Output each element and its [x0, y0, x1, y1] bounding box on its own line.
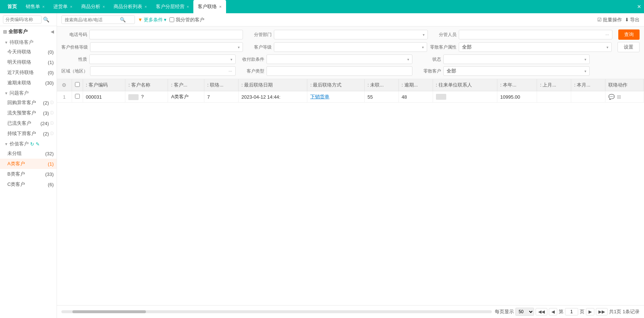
col-contact-person: : 往来单位联系人 — [433, 79, 497, 91]
sidebar-item-7days[interactable]: 近7天待联络 (0) — [0, 67, 57, 78]
main-search-box: 🔍 — [61, 15, 135, 24]
sidebar-item-declining[interactable]: 持续下滑客户 (2) ⓘ — [0, 128, 57, 139]
sidebar-item-tomorrow[interactable]: 明天待联络 (1) — [0, 57, 57, 67]
main-search-icon[interactable]: 🔍 — [120, 17, 126, 22]
last-contact-method-link[interactable]: 下销货单 — [310, 94, 329, 99]
settings-button[interactable]: 设置 — [618, 42, 640, 52]
info-icon-1: ⓘ — [50, 100, 54, 105]
pending-contact-section[interactable]: ▼ 待联络客户 — [0, 37, 57, 47]
page-number-input[interactable] — [565, 308, 578, 315]
nav-purchase[interactable]: 进货单 × — [49, 0, 76, 13]
more-filters-button[interactable]: ▼ 更多条件 ▾ — [138, 17, 167, 23]
price-grade-field: 客户价格等级 ▾ — [61, 42, 243, 52]
col-customer-type: : 客户... — [168, 79, 204, 91]
filter-row-2: 客户价格等级 ▾ 客户等级 ▾ 零散客户属性 全部▾ — [61, 42, 640, 52]
close-goods-analysis-tab[interactable]: × — [103, 4, 105, 9]
chevron-down-icon4: ▾ — [607, 45, 608, 49]
phone-input[interactable] — [89, 30, 243, 39]
row-contact-count: 7 — [204, 91, 238, 103]
close-customer-segment-tab[interactable]: × — [187, 4, 189, 9]
sidebar-item-a-class[interactable]: A类客户 (1) — [0, 159, 57, 169]
nav-customer-segment[interactable]: 客户分层经营 × — [151, 0, 193, 13]
nav-goods-analysis-list[interactable]: 商品分析列表 × — [109, 0, 151, 13]
chevron-down-icon5: ▾ — [230, 57, 232, 61]
price-grade-select[interactable]: ▾ — [90, 42, 243, 52]
col-code: : 客户编码 — [83, 79, 125, 91]
payment-field: 收付款条件 ▾ — [239, 54, 413, 64]
sidebar-item-churn-warning[interactable]: 流失预警客户 (3) ⓘ — [0, 108, 57, 118]
row-this-year: 10995.00 — [497, 91, 537, 103]
refresh-icon[interactable]: ↻ — [30, 141, 34, 147]
retail-attr-select[interactable]: 全部▾ — [459, 42, 612, 52]
table-row: 1 000031 ？ A类客户 7 2023-04-12 14:44: — [57, 91, 644, 103]
pagination-controls: 每页显示 50 100 200 ◀◀ ◀ 第 页 ▶ ▶▶ 共1页 1条记录 — [495, 308, 640, 316]
per-page-select[interactable]: 50 100 200 — [515, 308, 534, 316]
nav-customer-contact[interactable]: 客户联络 × — [193, 0, 226, 13]
column-settings-gear[interactable]: ⚙ — [62, 82, 67, 88]
retail-customer-select[interactable]: 全部▾ — [443, 66, 590, 76]
batch-ops-button[interactable]: ☑ 批量操作 — [597, 17, 622, 23]
my-customers-checkbox[interactable] — [169, 17, 174, 22]
query-button[interactable]: 查询 — [618, 29, 640, 40]
main-search-input[interactable] — [65, 17, 120, 22]
close-goods-analysis-list-tab[interactable]: × — [144, 4, 147, 9]
nature-select[interactable]: ▾ — [89, 54, 236, 64]
col-contact-count: : 联络... — [204, 79, 238, 91]
customer-type-label: 客户类型 — [239, 68, 264, 74]
dept-select[interactable]: ▾ — [274, 30, 427, 39]
col-this-year: : 本年... — [497, 79, 537, 91]
sidebar-item-repurchase-anomaly[interactable]: 回购异常客户 (2) ⓘ — [0, 98, 57, 108]
sidebar-item-churned[interactable]: 已流失客户 (24) ⓘ — [0, 118, 57, 128]
grid-action-icon[interactable]: ⊞ — [617, 94, 621, 100]
col-name: : 客户名称 — [125, 79, 168, 91]
chat-action-icon[interactable]: 💬 — [608, 94, 615, 100]
all-customers-header[interactable]: ⊞ 全部客户 ◀ — [0, 26, 57, 37]
close-sales-tab[interactable]: × — [42, 4, 44, 9]
region-input[interactable]: ··· — [90, 66, 236, 76]
next-page-button[interactable]: ▶ — [586, 308, 594, 315]
customer-type-input[interactable] — [266, 66, 413, 76]
phone-filter-field: 电话号码 — [61, 30, 243, 39]
row-last-contact-date: 2023-04-12 14:44: — [238, 91, 307, 103]
chevron-down-icon3: ▾ — [422, 45, 424, 49]
sidebar-item-c-class[interactable]: C类客户 (6) — [0, 179, 57, 190]
sidebar-item-overdue[interactable]: 逾期未联络 (30) — [0, 78, 57, 88]
close-purchase-tab[interactable]: × — [70, 4, 72, 9]
problem-customers-section[interactable]: ▼ 问题客户 — [0, 88, 57, 98]
row-checkbox[interactable] — [75, 94, 80, 99]
last-page-button[interactable]: ▶▶ — [596, 308, 608, 315]
chevron-down-icon: ▾ — [164, 17, 167, 22]
section-arrow2: ▼ — [4, 91, 8, 95]
status-select[interactable]: ▾ — [443, 54, 590, 64]
prev-page-button[interactable]: ◀ — [549, 308, 557, 315]
close-customer-contact-tab[interactable]: × — [219, 4, 221, 9]
nature-label: 性质 — [61, 56, 87, 63]
sidebar-search-input[interactable] — [3, 15, 42, 24]
nav-sales[interactable]: 销售单 × — [21, 0, 49, 13]
region-label: 区域（地区） — [61, 68, 88, 74]
sidebar-item-b-class[interactable]: B类客户 (33) — [0, 169, 57, 179]
filter-icon: ▼ — [138, 17, 143, 22]
advanced-filter-panel: 电话号码 分管部门 ▾ 分管人员 ··· 查询 — [57, 26, 644, 79]
edit-groups-icon[interactable]: ✎ — [36, 141, 40, 147]
customer-grade-label: 客户等级 — [246, 44, 272, 50]
first-page-button[interactable]: ◀◀ — [536, 308, 547, 315]
nav-home[interactable]: 首页 — [3, 0, 21, 13]
close-all-button[interactable]: × — [637, 3, 641, 11]
payment-select[interactable]: ▾ — [266, 54, 413, 64]
sidebar-item-ungrouped[interactable]: 未分组 (32) — [0, 148, 57, 159]
nav-goods-analysis[interactable]: 商品分析 × — [77, 0, 109, 13]
row-contact-person — [433, 91, 497, 103]
my-customers-checkbox-label[interactable]: 我分管的客户 — [169, 17, 204, 23]
sidebar-search-icon[interactable]: 🔍 — [43, 17, 49, 22]
sidebar-item-today[interactable]: 今天待联络 (0) — [0, 47, 57, 57]
export-icon: ⬇ — [625, 17, 629, 22]
customer-grade-select[interactable]: ▾ — [274, 42, 427, 52]
filter-row-1: 电话号码 分管部门 ▾ 分管人员 ··· 查询 — [61, 29, 640, 40]
export-button[interactable]: ⬇ 导出 — [625, 17, 640, 23]
value-customers-section[interactable]: ▼ 价值客户 ↻ ✎ — [0, 139, 57, 148]
horizontal-scrollbar[interactable] — [61, 310, 492, 313]
person-input[interactable]: ··· — [459, 30, 612, 39]
row-name: ？ — [125, 91, 168, 103]
select-all-checkbox[interactable] — [75, 82, 80, 87]
